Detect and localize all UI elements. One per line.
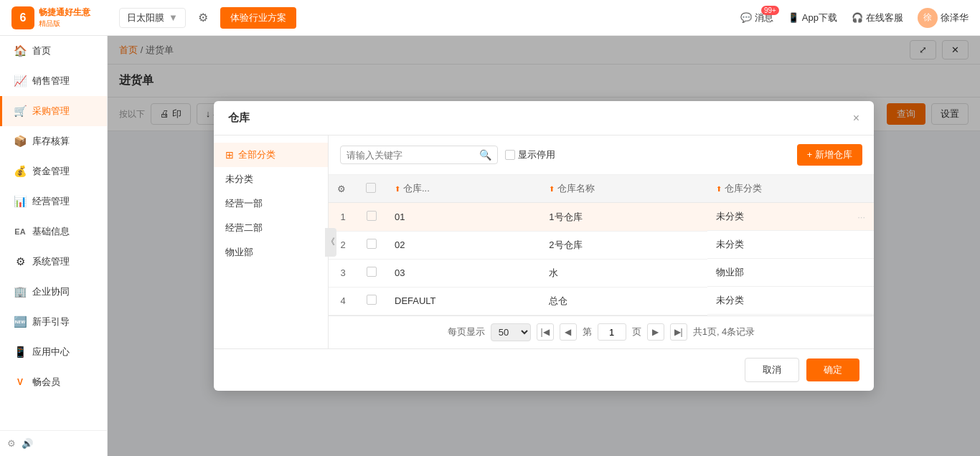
sidebar-item-system[interactable]: ⚙ 系统管理 (0, 247, 107, 277)
settings-small-icon[interactable]: ⚙ (7, 438, 16, 449)
row-name: 总仓 (540, 287, 707, 315)
warehouse-table: ⚙ ⬆ 仓库... (329, 175, 874, 315)
modal-overlay: 仓库 × ⊞ 全部分类 未分类 经营一部 经营二部 物业部 (108, 36, 980, 456)
sales-icon: 📈 (14, 75, 27, 87)
th-category: ⬆ 仓库分类 (707, 175, 874, 203)
row-code: 03 (386, 259, 540, 287)
row-name: 1号仓库 (540, 203, 707, 232)
close-icon[interactable]: × (853, 112, 859, 125)
sidebar-item-purchase[interactable]: 🛒 采购管理 (0, 96, 107, 126)
sidebar-item-basic-info[interactable]: EA 基础信息 (0, 217, 107, 247)
modal-body: ⊞ 全部分类 未分类 经营一部 经营二部 物业部 《 (214, 136, 874, 348)
logo-text: 畅捷通好生意 精品版 (39, 6, 90, 29)
row-code: DEFAULT (386, 287, 540, 315)
mobile-icon: 📱 (788, 12, 799, 23)
sidebar-item-inventory[interactable]: 📦 库存核算 (0, 126, 107, 156)
sidebar-item-guide[interactable]: 🆕 新手引导 (0, 307, 107, 337)
store-selector[interactable]: 日太阳膜 ▼ (119, 8, 186, 28)
search-box: 🔍 (340, 146, 498, 164)
user-menu[interactable]: 徐 徐泽华 (918, 8, 969, 28)
row-action-icon[interactable]: ··· (857, 212, 865, 222)
table-row[interactable]: 2 02 2号仓库 未分类 (329, 231, 874, 259)
last-page-btn[interactable]: ▶| (670, 323, 687, 341)
sidebar-item-finance[interactable]: 💰 资金管理 (0, 156, 107, 186)
per-page-select[interactable]: 50 100 200 (491, 323, 531, 341)
finance-icon: 💰 (14, 165, 27, 178)
search-input[interactable] (347, 150, 479, 161)
table-row[interactable]: 3 03 水 物业部 (329, 259, 874, 287)
app-download-btn[interactable]: 📱 App下载 (788, 11, 837, 24)
gear-icon[interactable]: ⚙ (192, 6, 215, 29)
main-layout: 🏠 首页 📈 销售管理 🛒 采购管理 📦 库存核算 💰 资金管理 📊 经营管理 … (0, 36, 980, 456)
headset-icon: 🎧 (852, 12, 863, 23)
select-all-checkbox[interactable] (366, 183, 376, 193)
sidebar-item-apps[interactable]: 📱 应用中心 (0, 337, 107, 367)
chevron-down-icon: ▼ (169, 12, 178, 23)
sidebar-item-enterprise[interactable]: 🏢 企业协同 (0, 277, 107, 307)
settings-col-icon: ⚙ (337, 184, 346, 194)
row-category: 未分类··· (707, 203, 874, 231)
modal-main-panel: 🔍 显示停用 + 新增仓库 (329, 136, 874, 348)
category-item-uncategorized[interactable]: 未分类 (214, 167, 328, 191)
table-header-row: ⚙ ⬆ 仓库... (329, 175, 874, 203)
purchase-icon: 🛒 (14, 105, 27, 118)
disabled-checkbox[interactable] (505, 150, 515, 160)
row-checkbox[interactable] (357, 203, 386, 232)
speaker-icon[interactable]: 🔊 (22, 438, 33, 449)
logo-icon: 6 (11, 6, 34, 29)
system-icon: ⚙ (14, 255, 27, 268)
message-icon: 💬 (740, 12, 752, 23)
page-number-input[interactable] (598, 323, 626, 341)
sort-icon: ⬆ (395, 185, 400, 193)
next-page-btn[interactable]: ▶ (647, 323, 664, 341)
show-disabled-checkbox[interactable]: 显示停用 (505, 148, 555, 161)
category-all[interactable]: ⊞ 全部分类 (214, 143, 328, 167)
category-sidebar: ⊞ 全部分类 未分类 经营一部 经营二部 物业部 《 (214, 136, 329, 348)
message-badge: 99+ (761, 6, 779, 15)
cancel-button[interactable]: 取消 (745, 358, 799, 382)
sidebar-item-vip[interactable]: V 畅会员 (0, 367, 107, 397)
first-page-btn[interactable]: |◀ (537, 323, 554, 341)
sidebar-toggle-icon[interactable]: 《 (325, 228, 336, 257)
vip-icon: V (14, 376, 27, 389)
modal-toolbar: 🔍 显示停用 + 新增仓库 (329, 136, 874, 175)
row-checkbox[interactable] (357, 259, 386, 287)
sidebar-item-home[interactable]: 🏠 首页 (0, 36, 107, 66)
operations-icon: 📊 (14, 195, 27, 208)
new-warehouse-btn[interactable]: + 新增仓库 (797, 144, 862, 166)
main-content: 首页 / 进货单 ⤢ ✕ 进货单 按以下 🖨 印 ↓ 导出 ↺ 刷新 查询 设置 (108, 36, 980, 456)
modal-action-footer: 取消 确定 (214, 348, 874, 391)
warehouse-modal: 仓库 × ⊞ 全部分类 未分类 经营一部 经营二部 物业部 (214, 101, 874, 391)
inventory-icon: 📦 (14, 135, 27, 148)
confirm-button[interactable]: 确定 (806, 358, 859, 381)
sort-icon2: ⬆ (549, 185, 555, 193)
row-code: 02 (386, 231, 540, 259)
trial-btn[interactable]: 体验行业方案 (220, 7, 296, 29)
message-btn[interactable]: 💬 消息 99+ (740, 11, 773, 24)
th-checkbox (357, 175, 386, 203)
customer-service-btn[interactable]: 🎧 在线客服 (852, 11, 903, 24)
row-num: 3 (329, 259, 357, 287)
row-name: 2号仓库 (540, 231, 707, 259)
logo-area: 6 畅捷通好生意 精品版 (11, 6, 119, 29)
category-item-ops1[interactable]: 经营一部 (214, 191, 328, 216)
row-checkbox[interactable] (357, 231, 386, 259)
prev-page-btn[interactable]: ◀ (560, 323, 577, 341)
apps-icon: 📱 (14, 346, 27, 358)
search-icon[interactable]: 🔍 (479, 149, 491, 161)
sidebar-item-operations[interactable]: 📊 经营管理 (0, 186, 107, 217)
category-item-ops2[interactable]: 经营二部 (214, 216, 328, 240)
th-code: ⬆ 仓库... (386, 175, 540, 203)
guide-icon: 🆕 (14, 315, 27, 328)
header-right: 💬 消息 99+ 📱 App下载 🎧 在线客服 徐 徐泽华 (740, 8, 969, 28)
modal-title: 仓库 (228, 111, 250, 125)
table-row[interactable]: 1 01 1号仓库 未分类··· (329, 203, 874, 232)
home-icon: 🏠 (14, 44, 27, 57)
sidebar-item-sales[interactable]: 📈 销售管理 (0, 66, 107, 96)
category-item-property[interactable]: 物业部 (214, 240, 328, 265)
table-row[interactable]: 4 DEFAULT 总仓 未分类 (329, 287, 874, 315)
avatar: 徐 (918, 8, 938, 28)
basic-info-icon: EA (14, 225, 27, 238)
row-checkbox[interactable] (357, 287, 386, 315)
enterprise-icon: 🏢 (14, 285, 27, 298)
